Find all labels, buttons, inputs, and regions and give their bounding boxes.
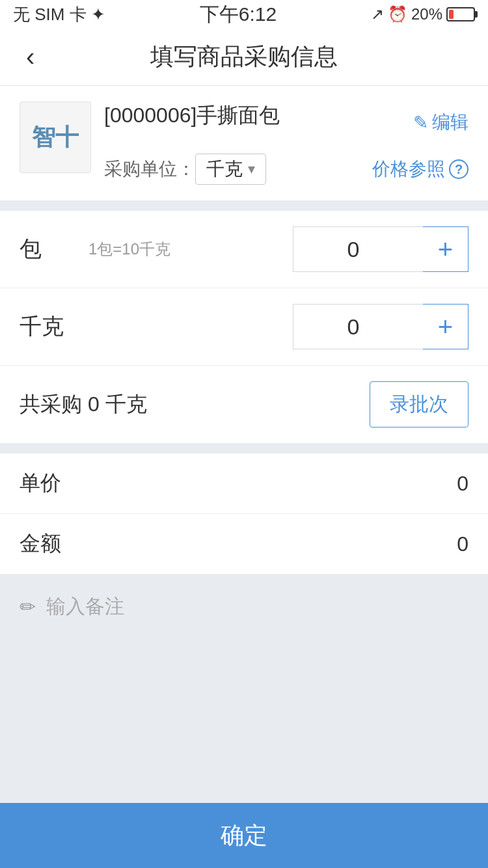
price-section: 单价 0 金额 0 (0, 454, 488, 574)
product-card: 智十 [0000006]手撕面包 ✎ 编辑 采购单位： 千克 ▾ 价格参照 (0, 86, 488, 200)
kg-label: 千克 (20, 312, 72, 342)
product-header-row: [0000006]手撕面包 ✎ 编辑 (104, 102, 468, 143)
bag-label: 包 (20, 234, 72, 264)
kg-input[interactable] (293, 304, 423, 349)
bag-input-wrap: + (293, 226, 468, 272)
bag-input-row: 包 1包=10千克 + (0, 211, 488, 288)
unit-price-row: 单价 0 (0, 454, 488, 514)
section-divider-1 (0, 200, 488, 211)
unit-label: 采购单位： (104, 157, 195, 182)
amount-value: 0 (457, 532, 468, 556)
edit-label: 编辑 (432, 110, 468, 135)
confirm-button[interactable]: 确定 (0, 803, 488, 868)
kg-input-wrap: + (293, 304, 468, 349)
unit-price-label: 单价 (20, 469, 61, 498)
product-name: [0000006]手撕面包 (104, 102, 280, 130)
kg-plus-button[interactable]: + (423, 304, 468, 349)
product-image: 智十 (20, 102, 91, 173)
status-bar: 无 SIM 卡 ✦ 下午6:12 ↗ ⏰ 20% (0, 0, 488, 29)
input-section: 包 1包=10千克 + 千克 + (0, 211, 488, 365)
info-icon: ? (449, 159, 468, 179)
section-divider-2 (0, 443, 488, 454)
edit-button[interactable]: ✎ 编辑 (413, 110, 468, 135)
nav-bar: ‹ 填写商品采购信息 (0, 29, 488, 86)
amount-row: 金额 0 (0, 514, 488, 574)
battery-percent: 20% (411, 5, 442, 23)
battery-fill (449, 10, 454, 19)
notes-section[interactable]: ✏ 输入备注 (0, 574, 488, 640)
no-sim-label: 无 SIM 卡 ✦ (13, 3, 105, 26)
content-area (0, 640, 488, 822)
location-icon: ↗ (371, 5, 384, 23)
back-button[interactable]: ‹ (20, 36, 41, 78)
product-second-row: 采购单位： 千克 ▾ 价格参照 ? (104, 154, 468, 185)
status-left: 无 SIM 卡 ✦ (13, 3, 105, 26)
edit-icon: ✎ (413, 112, 428, 133)
status-time: 下午6:12 (200, 1, 277, 28)
status-right: ↗ ⏰ 20% (371, 5, 475, 23)
record-batch-button[interactable]: 录批次 (370, 381, 468, 427)
page-title: 填写商品采购信息 (150, 41, 338, 73)
bag-plus-button[interactable]: + (423, 226, 468, 272)
price-ref-button[interactable]: 价格参照 ? (372, 157, 468, 182)
notes-placeholder: 输入备注 (46, 593, 124, 620)
bag-sub-label: 1包=10千克 (88, 239, 170, 260)
battery-icon (446, 7, 475, 21)
unit-price-value: 0 (457, 472, 468, 496)
unit-value: 千克 (206, 157, 243, 182)
bag-input[interactable] (293, 226, 423, 272)
alarm-icon: ⏰ (388, 5, 407, 23)
kg-input-row: 千克 + (0, 288, 488, 365)
summary-row: 共采购 0 千克 录批次 (0, 365, 488, 443)
summary-text: 共采购 0 千克 (20, 390, 147, 419)
price-ref-label: 价格参照 (372, 157, 445, 182)
unit-selector[interactable]: 千克 ▾ (195, 154, 266, 185)
product-logo: 智十 (32, 122, 79, 154)
amount-label: 金额 (20, 530, 61, 558)
pencil-icon: ✏ (20, 595, 36, 618)
chevron-down-icon: ▾ (248, 161, 255, 178)
product-info: [0000006]手撕面包 ✎ 编辑 采购单位： 千克 ▾ 价格参照 ? (104, 102, 468, 185)
